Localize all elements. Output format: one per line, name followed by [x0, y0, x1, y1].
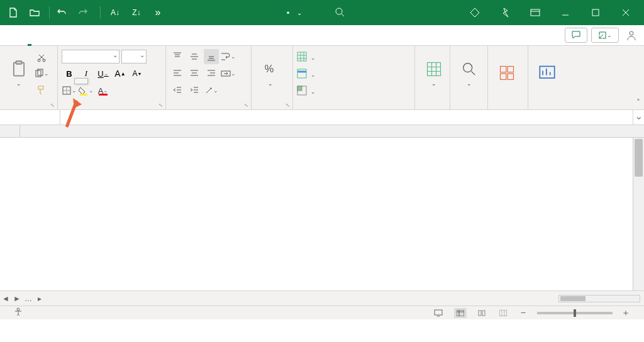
- qat-more-icon[interactable]: »: [148, 3, 167, 22]
- zoom-in-icon[interactable]: ＋: [621, 307, 630, 319]
- svg-point-0: [336, 8, 342, 14]
- tab-home[interactable]: [21, 25, 38, 46]
- align-top-icon[interactable]: [170, 49, 185, 64]
- window-controls: [460, 3, 640, 22]
- svg-rect-30: [482, 311, 485, 316]
- sort-desc-icon[interactable]: Z↓: [127, 3, 146, 22]
- grid[interactable]: [0, 125, 644, 290]
- svg-point-3: [630, 31, 633, 35]
- redo-icon[interactable]: [76, 3, 95, 22]
- sheet-next-icon[interactable]: ►: [11, 294, 23, 303]
- tab-view[interactable]: [136, 25, 152, 46]
- underline-button[interactable]: U: [96, 66, 111, 81]
- tab-formulas[interactable]: [87, 25, 103, 46]
- tab-file[interactable]: [5, 25, 21, 46]
- tab-help[interactable]: [169, 25, 185, 46]
- accessibility-icon[interactable]: [14, 307, 23, 318]
- tab-insert[interactable]: [38, 25, 54, 46]
- share-button[interactable]: [591, 28, 619, 43]
- group-addins: [488, 46, 528, 109]
- open-icon[interactable]: [25, 3, 44, 22]
- sheet-prev-icon[interactable]: ◄: [0, 294, 11, 303]
- new-file-icon[interactable]: [4, 3, 23, 22]
- tab-page-layout[interactable]: [70, 25, 87, 46]
- diamond-icon[interactable]: [460, 3, 489, 22]
- grow-font-icon[interactable]: A▲: [113, 66, 128, 81]
- tab-review[interactable]: [119, 25, 136, 46]
- orientation-icon[interactable]: [204, 83, 219, 98]
- editing-button[interactable]: ⌄: [454, 48, 484, 99]
- align-middle-icon[interactable]: [187, 49, 202, 64]
- select-all-corner[interactable]: [0, 125, 20, 137]
- ribbon: ⌄ ⤡ B I U A▲ A▼ A ⤡: [0, 46, 644, 110]
- minimize-icon[interactable]: [551, 3, 580, 22]
- svg-rect-16: [297, 69, 306, 78]
- cut-icon[interactable]: [34, 50, 49, 65]
- svg-rect-24: [508, 74, 513, 79]
- sheet-scroll-right-icon[interactable]: ▸: [34, 294, 45, 303]
- comments-button[interactable]: [565, 28, 587, 43]
- paste-button[interactable]: ⌄: [4, 48, 34, 99]
- page-break-view-icon[interactable]: [497, 308, 509, 318]
- zoom-out-icon[interactable]: －: [518, 306, 528, 319]
- format-table-button[interactable]: [311, 69, 316, 79]
- search-icon[interactable]: [335, 7, 345, 19]
- tab-developer[interactable]: [152, 25, 169, 46]
- font-name-combo[interactable]: [62, 50, 119, 63]
- svg-rect-1: [531, 9, 540, 16]
- vertical-scrollbar[interactable]: [633, 138, 644, 290]
- formula-bar-row: ⌄: [0, 110, 644, 125]
- title-bar: A↓ Z↓ » • ⌄: [0, 0, 644, 25]
- svg-rect-18: [297, 86, 302, 91]
- font-color-button[interactable]: A: [96, 83, 111, 98]
- cond-format-button[interactable]: [311, 52, 316, 62]
- ribbon-mode-icon[interactable]: [521, 3, 550, 22]
- formula-bar[interactable]: [60, 110, 633, 124]
- group-alignment: ⤡: [166, 46, 252, 109]
- cell-styles-button[interactable]: [311, 86, 316, 96]
- cells-button[interactable]: ⌄: [419, 48, 449, 99]
- tab-data[interactable]: [103, 25, 119, 46]
- merge-icon[interactable]: [221, 66, 236, 81]
- align-center-icon[interactable]: [187, 66, 202, 81]
- svg-rect-27: [435, 310, 442, 315]
- tab-draw[interactable]: [54, 25, 70, 46]
- maximize-icon[interactable]: [581, 3, 610, 22]
- svg-rect-31: [499, 310, 507, 316]
- collapse-ribbon-icon[interactable]: ˄: [636, 98, 640, 107]
- undo-icon[interactable]: [55, 3, 74, 22]
- shrink-font-icon[interactable]: A▼: [130, 66, 145, 81]
- align-right-icon[interactable]: [204, 66, 219, 81]
- decrease-indent-icon[interactable]: [170, 83, 185, 98]
- font-size-combo[interactable]: [121, 50, 147, 63]
- addins-button[interactable]: [492, 48, 522, 99]
- number-format-button[interactable]: % ⌄: [255, 48, 286, 99]
- name-box[interactable]: [0, 110, 60, 124]
- display-settings[interactable]: [434, 309, 445, 317]
- copy-icon[interactable]: [34, 66, 49, 81]
- account-icon[interactable]: [624, 28, 639, 43]
- svg-point-20: [464, 63, 472, 72]
- page-layout-view-icon[interactable]: [475, 308, 488, 318]
- format-painter-icon[interactable]: [34, 82, 49, 97]
- sheet-more-icon[interactable]: …: [23, 294, 34, 303]
- expand-formula-icon[interactable]: ⌄: [633, 110, 644, 124]
- svg-rect-12: [99, 94, 108, 96]
- group-clipboard: ⌄ ⤡: [0, 46, 58, 109]
- analyze-button[interactable]: [532, 48, 562, 99]
- group-analyze: [528, 46, 569, 109]
- close-icon[interactable]: [611, 3, 640, 22]
- wrap-text-icon[interactable]: [221, 49, 236, 64]
- sort-asc-icon[interactable]: A↓: [106, 3, 125, 22]
- svg-rect-5: [16, 61, 21, 64]
- svg-rect-25: [540, 67, 554, 79]
- doc-title: • ⌄: [167, 7, 460, 19]
- horizontal-scrollbar[interactable]: [558, 295, 640, 302]
- svg-rect-23: [501, 74, 506, 79]
- zoom-slider[interactable]: [537, 312, 613, 314]
- align-left-icon[interactable]: [170, 66, 185, 81]
- align-bottom-icon[interactable]: [204, 49, 219, 64]
- increase-indent-icon[interactable]: [187, 83, 202, 98]
- normal-view-icon[interactable]: [454, 308, 467, 318]
- flash-icon[interactable]: [491, 3, 519, 22]
